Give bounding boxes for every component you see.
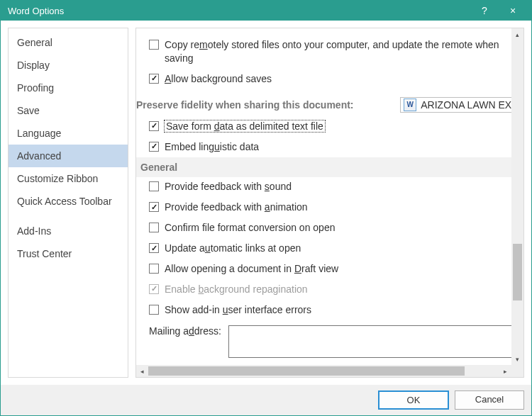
word-options-dialog: Word Options ? × General Display Proofin… [0,0,532,416]
label-allow-bg-saves: Allow background saves [165,72,518,86]
options-panel-content: Copy remotely stored files onto your com… [136,28,523,365]
document-picker[interactable]: W ARIZONA LAWN EXI [400,97,518,113]
checkbox-feedback-sound[interactable] [149,181,159,191]
checkbox-embed-linguistic[interactable] [149,142,159,152]
label-copy-remote: Copy remotely stored files onto your com… [165,38,518,65]
titlebar[interactable]: Word Options ? × [1,1,531,21]
dialog-footer: OK Cancel [1,385,531,415]
label-feedback-animation: Provide feedback with animation [165,201,518,214]
word-icon: W [404,99,416,111]
opt-confirm-format: Confirm file format conversion on open [149,218,518,239]
sidebar-item-add-ins[interactable]: Add-Ins [9,220,128,242]
dialog-body: General Display Proofing Save Language A… [1,21,531,385]
vertical-scroll-thumb[interactable] [513,244,522,300]
checkbox-confirm-format[interactable] [149,223,159,232]
cancel-button[interactable]: Cancel [455,390,524,410]
label-addin-errors: Show add-in user interface errors [165,303,518,317]
sidebar-item-save[interactable]: Save [9,99,128,122]
horizontal-scroll-track[interactable] [148,365,499,377]
close-button[interactable]: × [499,5,527,16]
opt-allow-bg-saves: Allow background saves [149,69,518,90]
sidebar-item-general[interactable]: General [9,31,128,54]
checkbox-draft-view[interactable] [149,264,159,274]
scroll-left-arrow-icon[interactable]: ◂ [136,365,148,377]
label-save-form-data: Save form data as delimited text file [165,120,518,133]
section-general: General [136,157,523,177]
opt-bg-repagination: Enable background repagination [149,280,518,300]
sidebar-item-trust-center[interactable]: Trust Center [9,242,128,265]
document-picker-label: ARIZONA LAWN EXI [421,99,514,111]
opt-feedback-animation: Provide feedback with animation [149,198,518,218]
mailing-address-input[interactable] [228,325,518,358]
panel-wrap: Copy remotely stored files onto your com… [135,28,524,378]
checkbox-update-links[interactable] [149,243,159,253]
checkbox-copy-remote[interactable] [149,40,159,50]
section-general-label: General [140,162,177,173]
checkbox-save-form-data[interactable] [149,121,159,131]
opt-embed-linguistic: Embed linguistic data [149,137,518,158]
opt-update-links: Update automatic links at open [149,239,518,259]
opt-draft-view: Allow opening a document in Draft view [149,259,518,280]
label-update-links: Update automatic links at open [165,242,518,255]
vertical-scroll-track[interactable] [511,40,523,353]
mailing-address-row: Mailing address: [149,321,518,358]
sidebar-item-customize-ribbon[interactable]: Customize Ribbon [9,167,128,190]
scrollbar-corner [511,365,523,377]
sidebar-item-language[interactable]: Language [9,122,128,145]
horizontal-scrollbar[interactable]: ◂ ▸ [136,365,511,377]
help-button[interactable]: ? [470,5,499,16]
label-confirm-format: Confirm file format conversion on open [165,221,518,235]
scroll-up-arrow-icon[interactable]: ▴ [511,28,523,40]
opt-copy-remote: Copy remotely stored files onto your com… [149,35,518,69]
sidebar-item-quick-access-toolbar[interactable]: Quick Access Toolbar [9,190,128,213]
category-sidebar: General Display Proofing Save Language A… [8,28,128,378]
options-panel: Copy remotely stored files onto your com… [135,28,524,378]
checkbox-allow-bg-saves[interactable] [149,74,159,84]
section-preserve-fidelity-label: Preserve fidelity when sharing this docu… [136,99,354,111]
section-preserve-fidelity: Preserve fidelity when sharing this docu… [136,90,518,117]
window-title: Word Options [5,6,470,16]
scroll-down-arrow-icon[interactable]: ▾ [511,353,523,365]
sidebar-item-proofing[interactable]: Proofing [9,77,128,99]
opt-feedback-sound: Provide feedback with sound [149,177,518,198]
opt-addin-errors: Show add-in user interface errors [149,300,518,321]
scroll-right-arrow-icon[interactable]: ▸ [499,365,511,377]
label-draft-view: Allow opening a document in Draft view [165,262,518,276]
ok-button[interactable]: OK [378,390,449,410]
label-embed-linguistic: Embed linguistic data [165,140,518,154]
opt-save-form-data: Save form data as delimited text file [149,117,518,137]
checkbox-feedback-animation[interactable] [149,202,159,212]
sidebar-item-advanced[interactable]: Advanced [9,145,128,167]
mailing-address-label: Mailing address: [149,325,221,337]
horizontal-scroll-thumb[interactable] [148,366,465,376]
sidebar-item-display[interactable]: Display [9,54,128,77]
checkbox-addin-errors[interactable] [149,305,159,315]
label-feedback-sound: Provide feedback with sound [165,180,518,193]
label-bg-repagination: Enable background repagination [165,283,518,296]
checkbox-bg-repagination [149,284,159,294]
vertical-scrollbar[interactable]: ▴ ▾ [511,28,523,365]
